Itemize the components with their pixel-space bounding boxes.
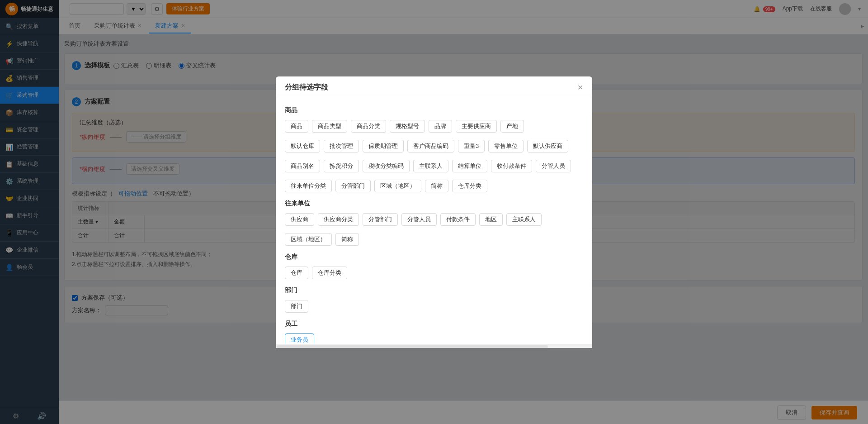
modal-overlay[interactable]: 分组待选字段 ✕ 商品 商品 商品类型 商品分类 规格型号 品牌 主要供应商 产… xyxy=(0,0,868,424)
field-goods[interactable]: 商品 xyxy=(285,120,308,133)
field-weight3[interactable]: 重量3 xyxy=(458,140,485,152)
field-contact[interactable]: 主联系人 xyxy=(506,213,542,226)
section-goods-title: 商品 xyxy=(285,106,583,114)
section-warehouse-title: 仓库 xyxy=(285,253,583,261)
field-dept[interactable]: 分管部门 xyxy=(363,213,398,226)
field-warehouse-cat[interactable]: 仓库分类 xyxy=(452,180,487,192)
modal-horizontal-scrollbar[interactable] xyxy=(276,344,592,348)
modal-close-button[interactable]: ✕ xyxy=(577,83,583,92)
section-warehouse-fields: 仓库 仓库分类 xyxy=(285,267,583,279)
field-payment-terms[interactable]: 收付款条件 xyxy=(491,160,532,172)
section-partner-title: 往来单位 xyxy=(285,200,583,208)
field-default-supplier[interactable]: 默认供应商 xyxy=(527,140,568,152)
section-goods-fields3: 商品别名 拣货积分 税收分类编码 主联系人 结算单位 收付款条件 分管人员 xyxy=(285,160,583,172)
field-region[interactable]: 区域（地区） xyxy=(374,180,421,192)
field-wh[interactable]: 仓库 xyxy=(285,267,308,279)
field-sales-rep[interactable]: 业务员 xyxy=(285,333,314,344)
modal-hscroll-thumb xyxy=(277,345,548,348)
section-employee-fields: 业务员 xyxy=(285,333,583,344)
field-default-warehouse[interactable]: 默认仓库 xyxy=(285,140,320,152)
field-short-name[interactable]: 简称 xyxy=(425,180,448,192)
section-employee-title: 员工 xyxy=(285,320,583,328)
section-goods-fields: 商品 商品类型 商品分类 规格型号 品牌 主要供应商 产地 xyxy=(285,120,583,133)
field-main-contact[interactable]: 主联系人 xyxy=(413,160,448,172)
field-supplier-cat[interactable]: 供应商分类 xyxy=(318,213,359,226)
modal-body: 商品 商品 商品类型 商品分类 规格型号 品牌 主要供应商 产地 默认仓库 批次… xyxy=(276,97,592,344)
field-region2[interactable]: 区域（地区） xyxy=(285,233,332,246)
modal-dialog: 分组待选字段 ✕ 商品 商品 商品类型 商品分类 规格型号 品牌 主要供应商 产… xyxy=(276,76,592,348)
field-settlement-unit[interactable]: 结算单位 xyxy=(452,160,487,172)
section-dept-title: 部门 xyxy=(285,286,583,295)
field-customer-code[interactable]: 客户商品编码 xyxy=(407,140,454,152)
field-goods-alias[interactable]: 商品别名 xyxy=(285,160,320,172)
field-staff[interactable]: 分管人员 xyxy=(401,213,437,226)
field-from-unit-cat[interactable]: 往来单位分类 xyxy=(285,180,332,192)
section-partner-fields2: 区域（地区） 简称 xyxy=(285,233,583,246)
section-partner-fields: 供应商 供应商分类 分管部门 分管人员 付款条件 地区 主联系人 xyxy=(285,213,583,226)
field-manager[interactable]: 分管人员 xyxy=(536,160,571,172)
modal-title: 分组待选字段 xyxy=(285,83,328,92)
section-dept-fields: 部门 xyxy=(285,300,583,313)
field-main-supplier[interactable]: 主要供应商 xyxy=(456,120,497,133)
field-pickup-points[interactable]: 拣货积分 xyxy=(324,160,359,172)
field-payment-cond[interactable]: 付款条件 xyxy=(440,213,476,226)
field-area[interactable]: 地区 xyxy=(479,213,503,226)
field-tax-code[interactable]: 税收分类编码 xyxy=(363,160,410,172)
field-batch-mgmt[interactable]: 批次管理 xyxy=(324,140,359,152)
field-supplier[interactable]: 供应商 xyxy=(285,213,314,226)
field-dep[interactable]: 部门 xyxy=(285,300,308,313)
field-quality-mgmt[interactable]: 保质期管理 xyxy=(363,140,404,152)
section-goods-fields4: 往来单位分类 分管部门 区域（地区） 简称 仓库分类 xyxy=(285,180,583,192)
field-origin[interactable]: 产地 xyxy=(500,120,524,133)
field-brand[interactable]: 品牌 xyxy=(429,120,452,133)
field-wh-cat[interactable]: 仓库分类 xyxy=(312,267,347,279)
field-short-name2[interactable]: 简称 xyxy=(335,233,359,246)
field-goods-category[interactable]: 商品分类 xyxy=(351,120,386,133)
field-goods-type[interactable]: 商品类型 xyxy=(312,120,347,133)
section-goods-fields2: 默认仓库 批次管理 保质期管理 客户商品编码 重量3 零售单位 默认供应商 xyxy=(285,140,583,152)
modal-header: 分组待选字段 ✕ xyxy=(276,76,592,97)
field-dept-managed[interactable]: 分管部门 xyxy=(335,180,371,192)
field-retail-unit[interactable]: 零售单位 xyxy=(488,140,524,152)
field-spec-type[interactable]: 规格型号 xyxy=(390,120,425,133)
